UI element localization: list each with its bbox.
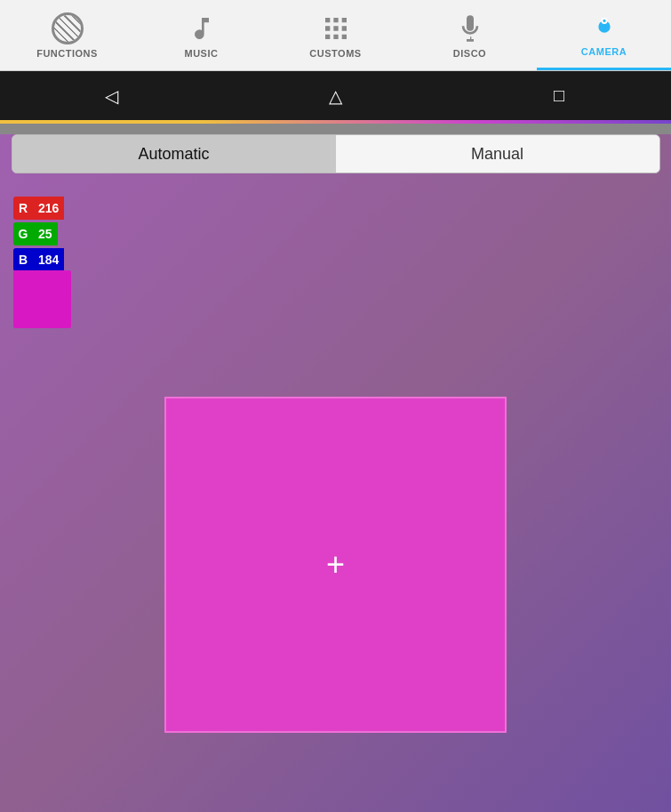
rgb-red-row: R 216: [13, 197, 77, 220]
rgb-blue-row: B 184: [13, 248, 77, 271]
rgb-b-label: B: [13, 248, 33, 271]
rgb-g-label: G: [13, 222, 33, 245]
music-icon: [186, 12, 218, 44]
rgb-g-value: 25: [33, 222, 58, 245]
plus-icon: +: [326, 549, 345, 581]
nav-label-functions: FUNCTIONS: [36, 48, 98, 59]
center-add-box[interactable]: +: [164, 397, 507, 733]
top-navigation: FUNCTIONS MUSIC CUSTOMS DISCO CAMERA: [0, 0, 671, 71]
nav-label-disco: DISCO: [453, 48, 486, 59]
main-content: Automatic Manual R 216 G 25 B 184 +: [0, 134, 671, 812]
nav-label-customs: CUSTOMS: [309, 48, 361, 59]
functions-icon: [52, 12, 84, 44]
rgb-r-label: R: [13, 197, 33, 220]
customs-icon: [320, 12, 352, 44]
nav-item-functions[interactable]: FUNCTIONS: [0, 0, 134, 70]
nav-label-music: MUSIC: [185, 48, 219, 59]
svg-point-1: [602, 19, 606, 23]
tab-bar: Automatic Manual: [12, 134, 660, 173]
nav-item-customs[interactable]: CUSTOMS: [268, 0, 403, 70]
recents-button[interactable]: □: [537, 74, 581, 118]
nav-item-camera[interactable]: CAMERA: [537, 0, 671, 70]
rgb-b-value: 184: [33, 248, 64, 271]
nav-label-camera: CAMERA: [581, 46, 627, 57]
rgb-green-row: G 25: [13, 222, 77, 245]
tab-automatic[interactable]: Automatic: [12, 135, 336, 173]
nav-item-music[interactable]: MUSIC: [134, 0, 268, 70]
disco-icon: [454, 12, 486, 44]
color-line: [0, 120, 671, 124]
rgb-r-value: 216: [33, 197, 64, 220]
home-button[interactable]: △: [313, 74, 357, 118]
rgb-display: R 216 G 25 B 184: [13, 197, 77, 271]
camera-icon: [588, 11, 620, 43]
android-navigation: ◁ △ □: [0, 71, 671, 120]
tab-manual[interactable]: Manual: [336, 135, 659, 173]
back-button[interactable]: ◁: [90, 74, 134, 118]
nav-item-disco[interactable]: DISCO: [403, 0, 537, 70]
color-swatch: [13, 270, 71, 328]
